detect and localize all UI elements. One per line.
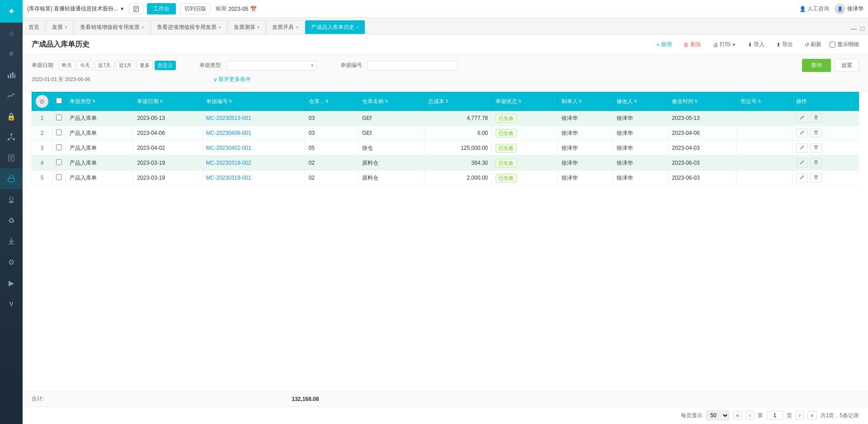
col-date[interactable]: 单据日期 ⇅ [133, 92, 202, 111]
col-modify-time[interactable]: 修改时间 ⇅ [668, 92, 737, 111]
sidebar-item-stamp[interactable] [0, 189, 23, 210]
col-date-sort[interactable]: 单据日期 ⇅ [137, 98, 198, 105]
row-checkbox-cell[interactable] [52, 156, 66, 171]
tab-invoice-close[interactable]: × [65, 25, 67, 30]
row-checkbox[interactable] [56, 159, 62, 165]
col-warehouse-code[interactable]: 仓库... ⇅ [305, 92, 358, 111]
sidebar-item-home[interactable]: ⌂ [0, 23, 23, 43]
tab-vat-purchase-close[interactable]: × [218, 25, 221, 30]
sidebar-item-doc[interactable]: ≡ [0, 43, 23, 64]
col-warehouse-code-sort[interactable]: 仓库... ⇅ [309, 98, 354, 105]
col-total-cost-sort[interactable]: 总成本 ⇅ [428, 98, 488, 105]
tab-vat-purchase[interactable]: 查看进项增值税专用发票 × [151, 20, 227, 34]
tab-product-inbound[interactable]: 产成品入库单历史 × [305, 20, 365, 34]
col-creator[interactable]: 制单人 ⇅ [557, 92, 613, 111]
row-edit-btn[interactable] [796, 143, 808, 152]
show-detail-checkbox[interactable] [830, 42, 835, 48]
col-voucher[interactable]: 凭证号 ⇅ [737, 92, 792, 111]
sidebar-item-download[interactable] [0, 231, 23, 252]
row-checkbox[interactable] [56, 174, 62, 180]
row-delete-btn[interactable] [810, 158, 822, 167]
col-status[interactable]: 单据状态 ⇅ [492, 92, 558, 111]
date-yesterday-btn[interactable]: 昨天 [59, 61, 75, 70]
tab-vat-sales-close[interactable]: × [142, 25, 144, 30]
row-num-code[interactable]: MC-20230402-001 [202, 141, 305, 156]
current-page-input[interactable] [767, 411, 783, 420]
row-delete-btn[interactable] [810, 173, 822, 182]
row-checkbox-cell[interactable] [52, 111, 66, 126]
row-edit-btn[interactable] [796, 173, 808, 182]
col-creator-sort[interactable]: 制单人 ⇅ [561, 98, 609, 105]
col-modifier[interactable]: 修改人 ⇅ [613, 92, 668, 111]
row-num-code[interactable]: MC-20230319-002 [202, 156, 305, 171]
expand-more-btn[interactable]: ∨ 展开更多条件 [213, 76, 251, 83]
tab-invoice-open-close[interactable]: × [296, 25, 298, 30]
sidebar-item-inventory[interactable] [0, 168, 23, 189]
col-modifier-sort[interactable]: 修改人 ⇅ [617, 98, 664, 105]
date-custom-btn[interactable]: 自定义 [155, 61, 176, 70]
sidebar-item-recycle[interactable]: ♻ [0, 210, 23, 231]
export-button[interactable]: ⬆ 导出 [773, 39, 797, 50]
print-button[interactable]: 🖨 打印 ▼ [709, 39, 740, 50]
row-edit-btn[interactable] [796, 129, 808, 138]
col-num-sort[interactable]: 单据编号 ⇅ [206, 98, 301, 105]
row-checkbox-cell[interactable] [52, 126, 66, 141]
row-delete-btn[interactable] [810, 114, 822, 123]
new-button[interactable]: + 新增 [653, 39, 675, 50]
date-today-btn[interactable]: 今天 [77, 61, 93, 70]
set-button[interactable]: 设置 [835, 59, 859, 72]
row-checkbox-cell[interactable] [52, 171, 66, 186]
row-edit-btn[interactable] [796, 158, 808, 167]
date-1month-btn[interactable]: 近1月 [116, 61, 135, 70]
assistant-btn[interactable]: 👤 人工咨询 [799, 5, 829, 13]
select-all-checkbox[interactable] [56, 98, 62, 104]
settings-gear-icon[interactable]: ⚙ [36, 95, 48, 108]
col-status-sort[interactable]: 单据状态 ⇅ [495, 98, 554, 105]
col-type-sort[interactable]: 单据类型 ⇅ [70, 98, 129, 105]
col-checkbox[interactable] [52, 92, 66, 111]
col-warehouse-name[interactable]: 仓库名称 ⇅ [359, 92, 425, 111]
sidebar-item-chart[interactable] [0, 64, 23, 85]
refresh-button[interactable]: ↺ 刷新 [801, 39, 825, 50]
sidebar-item-task[interactable] [0, 148, 23, 168]
date-7days-btn[interactable]: 近7天 [95, 61, 114, 70]
row-delete-btn[interactable] [810, 143, 822, 152]
row-edit-btn[interactable] [796, 114, 808, 123]
period-selector[interactable]: 账期 2023-05 📅 [216, 5, 257, 13]
sidebar-item-settings[interactable]: ⚙ [0, 252, 23, 272]
col-num[interactable]: 单据编号 ⇅ [202, 92, 305, 111]
row-num-code[interactable]: MC-20230406-001 [202, 126, 305, 141]
per-page-select[interactable]: 50 100 [706, 410, 729, 420]
row-checkbox[interactable] [56, 144, 62, 150]
tab-home[interactable]: 首页 [23, 20, 45, 34]
row-num-code[interactable]: MC-20230513-001 [202, 111, 305, 126]
tab-product-inbound-close[interactable]: × [356, 25, 359, 30]
tab-invoice-calc[interactable]: 发票测算 × [228, 20, 266, 34]
row-checkbox[interactable] [56, 129, 62, 135]
tab-invoice-open[interactable]: 发票开具 × [266, 20, 304, 34]
sidebar-item-analytics[interactable] [0, 85, 23, 106]
tab-maximize-icon[interactable]: □ [861, 25, 864, 32]
next-page-btn[interactable]: › [796, 411, 804, 420]
tab-invoice-calc-close[interactable]: × [257, 25, 260, 30]
sidebar-item-org[interactable] [0, 127, 23, 148]
row-delete-btn[interactable] [810, 129, 822, 138]
user-profile[interactable]: 👤 徐泽华 [835, 4, 863, 14]
doc-icon-btn[interactable] [129, 4, 143, 14]
date-more-btn[interactable]: 更多 [137, 61, 153, 70]
delete-button[interactable]: 🗑 删除 [680, 39, 705, 50]
switch-old-button[interactable]: 切到旧版 [180, 3, 210, 14]
col-warehouse-name-sort[interactable]: 仓库名称 ⇅ [362, 98, 420, 105]
import-button[interactable]: ⬇ 导入 [744, 39, 768, 50]
sidebar-item-lock[interactable]: 🔒 [0, 106, 23, 127]
query-button[interactable]: 查询 [802, 59, 831, 72]
num-filter-input[interactable] [368, 61, 458, 71]
row-checkbox-cell[interactable] [52, 141, 66, 156]
workbench-button[interactable]: 工作台 [147, 3, 176, 14]
last-page-btn[interactable]: » [807, 411, 817, 420]
sidebar-item-play[interactable]: ▶ [0, 272, 23, 293]
row-checkbox[interactable] [56, 114, 62, 120]
company-selector[interactable]: (库存核算) 直播轻捷通信息技术股份... ▼ [27, 5, 124, 13]
col-total-cost[interactable]: 总成本 ⇅ [424, 92, 492, 111]
col-voucher-sort[interactable]: 凭证号 ⇅ [741, 98, 788, 105]
